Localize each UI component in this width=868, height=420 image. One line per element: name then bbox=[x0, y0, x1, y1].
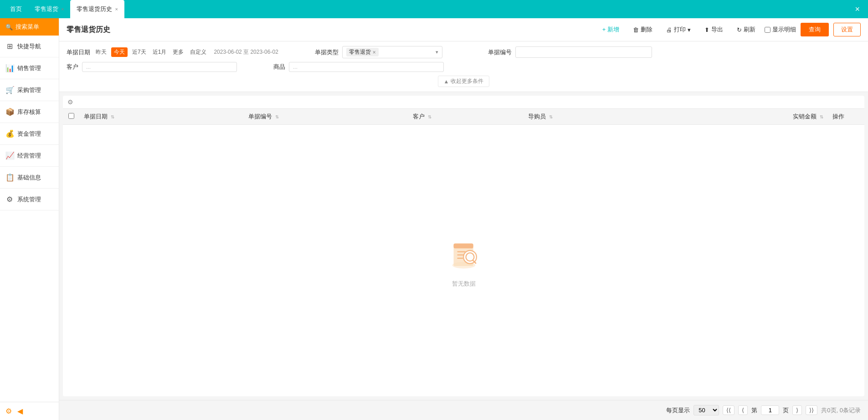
collapse-label: 收起更多条件 bbox=[451, 77, 483, 85]
quick-nav-icon: ⊞ bbox=[5, 42, 14, 51]
guide-sort-icon[interactable]: ⇅ bbox=[549, 114, 553, 119]
sidebar-label-purchase: 采购管理 bbox=[17, 86, 41, 94]
type-filter-select[interactable]: 零售退货 × ▾ bbox=[342, 46, 442, 58]
top-bar: 首页零售退货×零售退货历史× × bbox=[0, 0, 868, 18]
no-filter-input[interactable] bbox=[515, 46, 652, 58]
select-all-checkbox[interactable] bbox=[68, 113, 74, 119]
th-date: 单据日期 ⇅ bbox=[79, 109, 244, 125]
show-detail-checkbox[interactable] bbox=[765, 27, 770, 33]
sidebar-item-inventory[interactable]: 📦 库存核算 bbox=[0, 101, 59, 123]
date-option-yesterday[interactable]: 昨天 bbox=[94, 47, 108, 57]
collapse-button[interactable]: ▲ 收起更多条件 bbox=[438, 76, 490, 87]
date-sort-icon[interactable]: ⇅ bbox=[111, 114, 114, 119]
sidebar-label-sales: 销售管理 bbox=[17, 64, 41, 72]
setting-button[interactable]: 设置 bbox=[833, 23, 861, 36]
operation-icon: 📈 bbox=[5, 151, 14, 160]
th-no: 单据编号 ⇅ bbox=[244, 109, 408, 125]
search-icon: 🔍 bbox=[5, 24, 13, 31]
no-sort-icon[interactable]: ⇅ bbox=[275, 114, 279, 119]
system-icon: ⚙ bbox=[5, 195, 14, 204]
sidebar-search-label: 搜索菜单 bbox=[15, 23, 39, 31]
empty-text: 暂无数据 bbox=[452, 280, 476, 288]
table-header: 单据日期 ⇅ 单据编号 ⇅ 客户 ⇅ bbox=[63, 109, 864, 125]
next-page-button[interactable]: ⟩ bbox=[792, 405, 802, 415]
goods-filter-select[interactable]: ... bbox=[289, 62, 444, 72]
sidebar-label-system: 系统管理 bbox=[17, 195, 41, 204]
date-range-display: 2023-06-02 至 2023-06-02 bbox=[214, 48, 278, 56]
sidebar-bottom: ⚙ ◀ bbox=[0, 402, 59, 420]
page-label: 页 bbox=[783, 406, 789, 415]
print-dropdown-icon: ▾ bbox=[688, 26, 691, 33]
date-option-last7[interactable]: 近7天 bbox=[130, 47, 148, 57]
table-settings-icon[interactable]: ⚙ bbox=[67, 98, 73, 106]
tab-return-history[interactable]: 零售退货历史× bbox=[70, 0, 124, 18]
sidebar-item-system[interactable]: ⚙ 系统管理 bbox=[0, 189, 59, 210]
window-close-button[interactable]: × bbox=[850, 5, 864, 14]
settings-icon[interactable]: ⚙ bbox=[5, 407, 12, 415]
date-option-more[interactable]: 更多 bbox=[171, 47, 185, 57]
filter-row-2: 客户 ... 商品 ... bbox=[67, 62, 861, 72]
refresh-button[interactable]: ↻ 刷新 bbox=[732, 24, 760, 36]
date-option-last-month[interactable]: 近1月 bbox=[151, 47, 169, 57]
purchase-icon: 🛒 bbox=[5, 86, 14, 94]
no-filter-item: 单据编号 bbox=[488, 46, 652, 58]
sidebar-item-sales[interactable]: 📊 销售管理 bbox=[0, 57, 59, 79]
page-size-select[interactable]: 50 100 200 bbox=[693, 405, 719, 415]
sidebar-item-quick-nav[interactable]: ⊞ 快捷导航 bbox=[0, 36, 59, 57]
export-button[interactable]: ⬆ 导出 bbox=[700, 24, 728, 36]
tab-label: 零售退货历史 bbox=[77, 5, 112, 13]
page-number-input[interactable] bbox=[761, 405, 779, 415]
tab-label: 零售退货 bbox=[35, 5, 58, 13]
page-text: 第 bbox=[751, 406, 757, 415]
date-option-today[interactable]: 今天 bbox=[111, 47, 128, 57]
goods-placeholder: ... bbox=[293, 64, 298, 70]
amount-sort-icon[interactable]: ⇅ bbox=[820, 114, 823, 119]
print-button[interactable]: 🖨 打印 ▾ bbox=[662, 24, 695, 36]
customer-filter-item: 客户 ... bbox=[67, 62, 237, 72]
last-page-button[interactable]: ⟩⟩ bbox=[806, 405, 817, 415]
basic-icon: 📋 bbox=[5, 173, 14, 182]
sidebar-item-finance[interactable]: 💰 资金管理 bbox=[0, 123, 59, 145]
type-tag-remove[interactable]: × bbox=[373, 49, 376, 56]
type-filter-item: 单据类型 零售退货 × ▾ bbox=[315, 46, 442, 58]
prev-page-button[interactable]: ⟨ bbox=[738, 405, 748, 415]
main-layout: 🔍 搜索菜单 ⊞ 快捷导航 📊 销售管理 🛒 采购管理 📦 库存核算 💰 资金管… bbox=[0, 18, 868, 420]
refresh-icon: ↻ bbox=[737, 26, 742, 33]
th-amount: 实销金额 ⇅ bbox=[663, 109, 828, 125]
tab-home[interactable]: 首页 bbox=[4, 0, 28, 18]
th-customer: 客户 ⇅ bbox=[408, 109, 524, 125]
export-icon: ⬆ bbox=[704, 26, 709, 33]
svg-rect-2 bbox=[453, 244, 473, 249]
toolbar: + 新增 🗑 删除 🖨 打印 ▾ ⬆ 导出 ↻ 刷新 bbox=[598, 23, 861, 36]
tab-close-return-history[interactable]: × bbox=[115, 6, 118, 12]
date-filter-item: 单据日期 昨天 今天 近7天 近1月 更多 自定义 2023-06-02 至 2… bbox=[67, 47, 278, 57]
delete-button[interactable]: 🗑 删除 bbox=[628, 24, 657, 36]
tab-return[interactable]: 零售退货× bbox=[28, 0, 70, 18]
date-option-custom[interactable]: 自定义 bbox=[188, 47, 208, 57]
finance-icon: 💰 bbox=[5, 129, 14, 138]
sidebar-search[interactable]: 🔍 搜索菜单 bbox=[0, 18, 59, 36]
empty-icon bbox=[443, 233, 484, 274]
inventory-icon: 📦 bbox=[5, 108, 14, 116]
new-button[interactable]: + 新增 bbox=[598, 24, 624, 36]
sidebar-label-inventory: 库存核算 bbox=[17, 108, 41, 116]
show-detail-checkbox-label[interactable]: 显示明细 bbox=[765, 26, 796, 34]
filter-area: 单据日期 昨天 今天 近7天 近1月 更多 自定义 2023-06-02 至 2… bbox=[59, 41, 868, 92]
customer-sort-icon[interactable]: ⇅ bbox=[428, 114, 431, 119]
type-dropdown-icon: ▾ bbox=[436, 49, 438, 55]
sidebar-label-basic: 基础信息 bbox=[17, 174, 41, 182]
sidebar-item-basic[interactable]: 📋 基础信息 bbox=[0, 167, 59, 189]
type-tag: 零售退货 × bbox=[346, 48, 379, 56]
customer-filter-select[interactable]: ... bbox=[82, 62, 237, 72]
tab-close-return[interactable]: × bbox=[61, 6, 64, 12]
tab-list: 首页零售退货×零售退货历史× bbox=[4, 0, 850, 18]
goods-filter-label: 商品 bbox=[273, 63, 285, 71]
query-button[interactable]: 查询 bbox=[801, 23, 829, 36]
sidebar-item-purchase[interactable]: 🛒 采购管理 bbox=[0, 79, 59, 101]
volume-icon[interactable]: ◀ bbox=[17, 407, 23, 415]
sidebar-item-operation[interactable]: 📈 经营管理 bbox=[0, 145, 59, 167]
first-page-button[interactable]: ⟨⟨ bbox=[723, 405, 734, 415]
date-filter-options: 昨天 今天 近7天 近1月 更多 自定义 bbox=[94, 47, 208, 57]
content-area: 零售退货历史 + 新增 🗑 删除 🖨 打印 ▾ ⬆ 导出 ↻ bbox=[59, 18, 868, 420]
date-filter-label: 单据日期 bbox=[67, 48, 90, 56]
